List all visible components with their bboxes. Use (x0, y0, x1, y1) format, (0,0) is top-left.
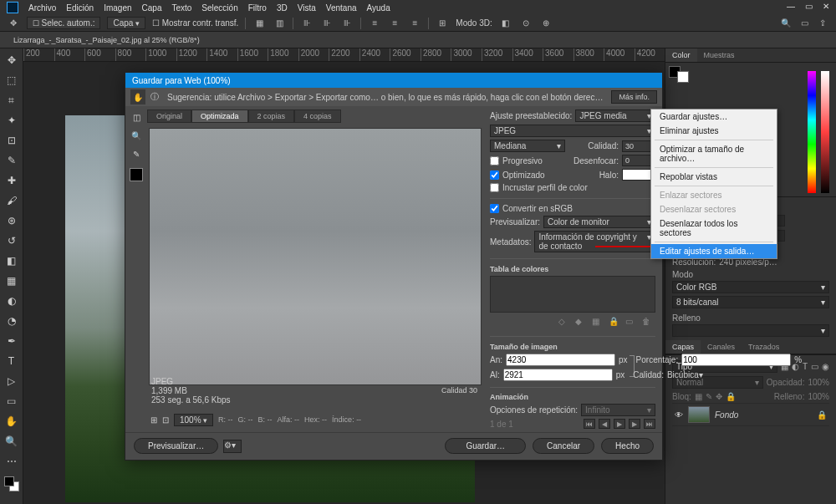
dodge-tool-icon[interactable]: ◔ (3, 313, 20, 329)
layer-name[interactable]: Fondo (715, 410, 738, 420)
menu-item[interactable]: Enlazar sectores (651, 188, 777, 202)
flyout-popup-menu[interactable]: Guardar ajustes…Eliminar ajustesOptimiza… (650, 109, 777, 259)
distribute-icon[interactable]: ⊪ (320, 17, 334, 30)
eyedropper-tool-icon[interactable]: ✎ (3, 152, 20, 169)
distribute-icon[interactable]: ≡ (408, 17, 421, 30)
menu-item[interactable]: Optimizar a tamaño de archivo… (651, 142, 777, 165)
lock-icon[interactable]: ▦ (695, 392, 702, 401)
3d-icon[interactable]: ◧ (499, 17, 512, 30)
menu-edicion[interactable]: Edición (66, 3, 94, 13)
menu-ventana[interactable]: Ventana (326, 3, 357, 13)
heal-tool-icon[interactable]: ✚ (3, 172, 20, 189)
share-icon[interactable]: ⇪ (816, 17, 829, 30)
mode-dropdown[interactable]: Color RGB▾ (672, 281, 829, 293)
hecho-button[interactable]: Hecho (601, 438, 654, 454)
tab-trazados[interactable]: Trazados (742, 340, 786, 354)
foreground-background-swatch[interactable] (4, 476, 19, 491)
menu-filtro[interactable]: Filtro (248, 3, 267, 13)
foreground-color[interactable] (4, 476, 14, 486)
cancelar-button[interactable]: Cancelar (533, 438, 594, 454)
stamp-tool-icon[interactable]: ⊛ (3, 212, 20, 229)
resample-dropdown[interactable]: Bicúbica▾ (667, 370, 703, 379)
menu-item[interactable]: Guardar ajustes… (651, 109, 777, 124)
bits-dropdown[interactable]: 8 bits/canal▾ (672, 296, 829, 308)
visibility-icon[interactable]: 👁 (675, 410, 683, 420)
marquee-tool-icon[interactable]: ⬚ (3, 72, 20, 89)
table-icon[interactable]: ◆ (575, 317, 587, 328)
menu-archivo[interactable]: Archivo (28, 3, 56, 13)
minimize-icon[interactable]: — (787, 2, 795, 11)
distribute-icon[interactable]: ≡ (388, 17, 401, 30)
distribute-icon[interactable]: ⊪ (300, 17, 314, 30)
tab-optimizada[interactable]: Optimizada (191, 109, 248, 123)
quality-dropdown[interactable]: Mediana▾ (490, 140, 565, 152)
crop-tool-icon[interactable]: ⊡ (3, 132, 20, 149)
eyedropper-swatch[interactable] (130, 168, 143, 181)
menu-imagen[interactable]: Imagen (104, 3, 131, 13)
guardar-button[interactable]: Guardar… (445, 438, 526, 454)
lock-icon[interactable]: 🔒 (817, 410, 827, 420)
tab-color[interactable]: Color (665, 48, 697, 62)
lock-icon[interactable]: 🔒 (726, 392, 736, 401)
menu-item[interactable]: Desenlazar todos los sectores (651, 216, 777, 240)
wand-tool-icon[interactable]: ✦ (3, 112, 20, 129)
layer-row[interactable]: 👁 Fondo 🔒 (672, 403, 829, 426)
eraser-tool-icon[interactable]: ◧ (3, 252, 20, 269)
grid-icon[interactable]: ⊡ (162, 415, 169, 425)
lasso-tool-icon[interactable]: ⌗ (3, 92, 20, 109)
eyedropper-icon[interactable]: ✎ (129, 146, 144, 161)
menu-texto[interactable]: Texto (171, 3, 191, 13)
filter-icon[interactable]: T (803, 362, 808, 371)
incrustar-checkbox[interactable] (490, 183, 499, 192)
edit-toolbar-icon[interactable]: ⋯ (3, 453, 20, 470)
lock-icon[interactable]: ✎ (706, 392, 712, 401)
slice-tool-icon[interactable]: ◫ (129, 109, 144, 125)
tab-2copias[interactable]: 2 copias (248, 109, 295, 123)
path-tool-icon[interactable]: ▷ (3, 373, 20, 389)
workspace-icon[interactable]: ▭ (798, 17, 811, 30)
type-tool-icon[interactable]: T (3, 353, 20, 369)
fill-dropdown[interactable]: ▾ (672, 324, 829, 337)
preview-dropdown[interactable]: Color de monitor▾ (543, 216, 655, 228)
pen-tool-icon[interactable]: ✒ (3, 333, 20, 349)
filter-icon[interactable]: ◉ (822, 362, 829, 371)
width-field[interactable] (506, 354, 615, 366)
tab-muestras[interactable]: Muestras (697, 48, 742, 62)
grid-icon[interactable]: ⊞ (150, 415, 157, 425)
distribute-icon[interactable]: ⊪ (340, 17, 354, 30)
3d-icon[interactable]: ⊕ (539, 17, 553, 30)
hand-tool-icon[interactable]: ✋ (130, 89, 145, 104)
zoom-tool-icon[interactable]: 🔍 (129, 128, 144, 143)
optimizado-checkbox[interactable] (490, 171, 499, 180)
capa-dropdown[interactable]: Capa ▾ (107, 17, 145, 29)
menu-item[interactable]: Repoblar vistas (651, 170, 777, 184)
close-icon[interactable]: ✕ (823, 2, 829, 11)
percent-field[interactable] (681, 354, 791, 366)
gradient-tool-icon[interactable]: ▦ (3, 272, 20, 289)
table-icon[interactable]: ▦ (592, 317, 604, 328)
menu-capa[interactable]: Capa (142, 3, 162, 13)
bg-swatch[interactable] (677, 71, 689, 83)
table-icon[interactable]: ◇ (558, 317, 570, 328)
height-field[interactable] (503, 369, 613, 381)
document-tab[interactable]: Lizarraga_-_Saratsa_-_Paisaje_02.jpg al … (7, 34, 206, 46)
select-auto-checkbox[interactable]: ☐ Selec. autom.: (27, 17, 100, 29)
align-icon[interactable]: ▦ (252, 17, 266, 30)
format-dropdown[interactable]: JPEG▾ (490, 125, 655, 137)
filter-icon[interactable]: ▭ (811, 362, 818, 371)
tab-original[interactable]: Original (147, 109, 191, 123)
distribute-icon[interactable]: ≡ (368, 17, 381, 30)
menu-seleccion[interactable]: Selección (201, 3, 237, 13)
menu-3d[interactable]: 3D (277, 3, 288, 13)
browser-gear-icon[interactable]: ⚙▾ (223, 440, 242, 453)
history-brush-icon[interactable]: ↺ (3, 232, 20, 249)
previsualizar-button[interactable]: Previsualizar… (134, 438, 218, 454)
zoom-dropdown[interactable]: 100% ▾ (174, 414, 213, 426)
zoom-tool-icon[interactable]: 🔍 (3, 433, 20, 450)
convertir-checkbox[interactable] (490, 204, 499, 213)
maximize-icon[interactable]: ▭ (805, 2, 813, 11)
progresivo-checkbox[interactable] (490, 156, 499, 165)
preview-image[interactable]: JPEG 1,399 MB 253 seg. a 56,6 Kbps Calid… (149, 128, 482, 385)
tab-canales[interactable]: Canales (701, 340, 742, 354)
menu-ayuda[interactable]: Ayuda (367, 3, 390, 13)
